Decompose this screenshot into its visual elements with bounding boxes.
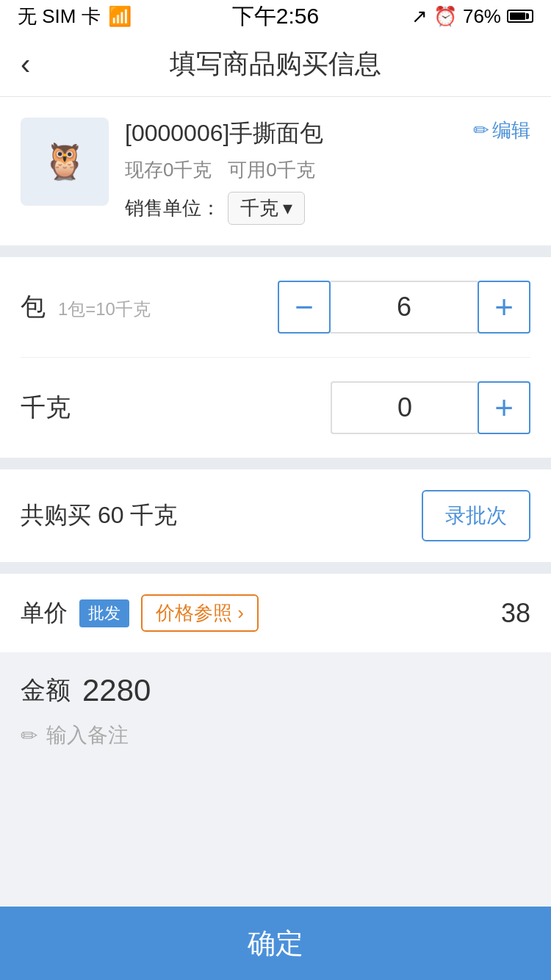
dropdown-icon: ▾ bbox=[283, 197, 292, 220]
price-reference-button[interactable]: 价格参照 › bbox=[141, 594, 259, 632]
product-id: [0000006] bbox=[125, 120, 229, 146]
amount-value: 2280 bbox=[82, 673, 151, 708]
unit-select[interactable]: 千克 ▾ bbox=[228, 192, 305, 225]
stock-label: 现存0千克 bbox=[125, 159, 212, 181]
back-button[interactable]: ‹ bbox=[21, 48, 30, 81]
bag-plus-button[interactable]: + bbox=[478, 281, 530, 334]
product-card-right: ✏ 编辑 bbox=[473, 118, 530, 143]
location-icon: ↗ bbox=[411, 5, 428, 28]
carrier-label: 无 SIM 卡 bbox=[18, 4, 101, 29]
batch-record-button[interactable]: 录批次 bbox=[422, 490, 530, 541]
amount-label: 金额 bbox=[21, 674, 71, 707]
page-title: 填写商品购买信息 bbox=[170, 46, 381, 82]
price-row: 单价 批发 价格参照 › 38 bbox=[21, 594, 530, 632]
remark-row[interactable]: ✏ 输入备注 bbox=[21, 721, 530, 749]
product-stock: 现存0千克 可用0千克 bbox=[125, 157, 457, 183]
unit-value: 千克 bbox=[240, 195, 278, 221]
price-section: 单价 批发 价格参照 › 38 bbox=[0, 574, 551, 652]
price-tag: 批发 bbox=[79, 599, 129, 627]
bag-input-row: 包 1包=10千克 − + bbox=[21, 257, 530, 358]
divider-2 bbox=[0, 458, 551, 469]
summary-section: 共购买 60 千克 录批次 bbox=[0, 469, 551, 562]
battery-percent: 76% bbox=[463, 5, 501, 28]
available-label: 可用0千克 bbox=[228, 159, 314, 181]
product-name: [0000006]手撕面包 bbox=[125, 118, 457, 150]
product-unit: 销售单位： 千克 ▾ bbox=[125, 192, 457, 225]
product-title: 手撕面包 bbox=[229, 120, 323, 146]
kg-input-row: 千克 + bbox=[21, 358, 530, 458]
status-right: ↗ ⏰ 76% bbox=[411, 5, 533, 28]
status-bar: 无 SIM 卡 📶 下午2:56 ↗ ⏰ 76% bbox=[0, 0, 551, 32]
amount-section: 金额 2280 ✏ 输入备注 bbox=[0, 652, 551, 770]
kg-label: 千克 bbox=[21, 391, 71, 425]
remark-label: 输入备注 bbox=[46, 721, 129, 749]
edit-icon: ✏ bbox=[473, 119, 489, 142]
bag-stepper: − + bbox=[278, 281, 530, 334]
bag-label-group: 包 1包=10千克 bbox=[21, 290, 151, 324]
nav-bar: ‹ 填写商品购买信息 bbox=[0, 32, 551, 97]
bag-input[interactable] bbox=[331, 281, 478, 334]
wifi-icon: 📶 bbox=[108, 5, 132, 28]
bag-minus-button[interactable]: − bbox=[278, 281, 331, 334]
bag-sublabel: 1包=10千克 bbox=[58, 299, 151, 319]
kg-stepper: + bbox=[331, 381, 530, 434]
divider-1 bbox=[0, 245, 551, 257]
kg-plus-button[interactable]: + bbox=[478, 381, 530, 434]
price-label: 单价 bbox=[21, 597, 68, 630]
product-card: 🦉 [0000006]手撕面包 现存0千克 可用0千克 销售单位： 千克 ▾ ✏… bbox=[0, 97, 551, 245]
pencil-icon: ✏ bbox=[21, 724, 37, 748]
alarm-icon: ⏰ bbox=[433, 5, 457, 28]
status-left: 无 SIM 卡 📶 bbox=[18, 4, 132, 29]
product-info: [0000006]手撕面包 现存0千克 可用0千克 销售单位： 千克 ▾ bbox=[125, 118, 457, 225]
status-time: 下午2:56 bbox=[232, 1, 319, 32]
confirm-button[interactable]: 确定 bbox=[0, 907, 551, 980]
kg-input[interactable] bbox=[331, 381, 478, 434]
edit-label: 编辑 bbox=[492, 118, 530, 143]
summary-text: 共购买 60 千克 bbox=[21, 500, 177, 532]
amount-row: 金额 2280 bbox=[21, 673, 530, 708]
product-logo-icon: 🦉 bbox=[43, 141, 87, 182]
price-value: 38 bbox=[501, 598, 530, 629]
battery-icon bbox=[507, 10, 533, 23]
edit-button[interactable]: ✏ 编辑 bbox=[473, 118, 530, 143]
input-section: 包 1包=10千克 − + 千克 + bbox=[0, 257, 551, 458]
unit-label: 销售单位： bbox=[125, 195, 220, 221]
product-image: 🦉 bbox=[21, 118, 109, 206]
bag-label: 包 bbox=[21, 292, 46, 320]
divider-3 bbox=[0, 562, 551, 574]
